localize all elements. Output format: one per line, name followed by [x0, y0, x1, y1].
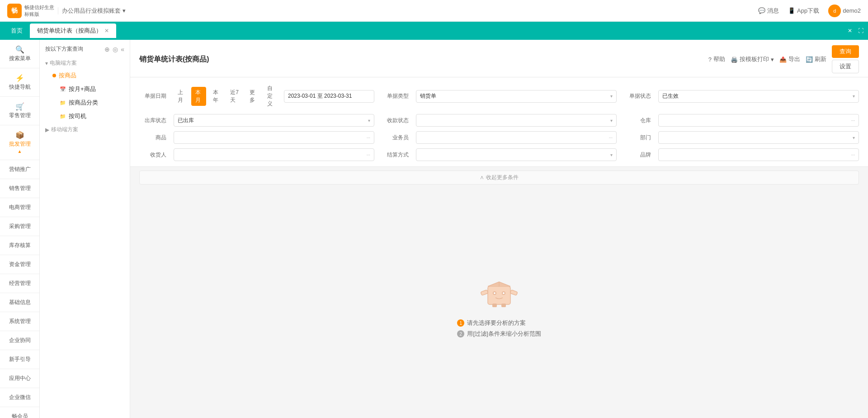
- sidebar-item-finance[interactable]: 资金管理: [0, 255, 39, 274]
- svg-rect-5: [481, 290, 488, 296]
- refresh-btn[interactable]: 🔄 刷新: [806, 55, 826, 63]
- sidebar-item-app-center[interactable]: 应用中心: [0, 369, 39, 388]
- svg-point-3: [494, 292, 495, 294]
- settlement-input[interactable]: ▾: [416, 148, 617, 161]
- tab-close-icon[interactable]: ✕: [104, 28, 109, 34]
- quick-date-7days[interactable]: 近7天: [226, 87, 243, 106]
- out-status-input[interactable]: 已出库 ▾: [174, 114, 374, 127]
- page-actions: ? 帮助 🖨️ 按模板打印 ▾ 📤 导出 �: [708, 45, 859, 73]
- doc-status-input[interactable]: 已生效 ▾: [658, 90, 859, 103]
- tab-bar: 首页 销货单统计表（按商品） ✕ ✕ ⛶: [0, 22, 868, 40]
- sidebar-item-search-menu[interactable]: 🔍 搜索菜单: [0, 40, 39, 68]
- salesperson-control: ···: [416, 131, 617, 144]
- print-btn[interactable]: 🖨️ 按模板打印 ▾: [731, 55, 774, 63]
- user-info[interactable]: d demo2: [828, 5, 861, 17]
- brand-label: 品牌: [624, 151, 651, 159]
- avatar: d: [828, 5, 841, 17]
- receiver-input[interactable]: ···: [174, 148, 374, 161]
- doc-type-input[interactable]: 销货单 ▾: [416, 90, 617, 103]
- maximize-icon[interactable]: ⛶: [857, 27, 864, 34]
- settlement-label: 结算方式: [382, 151, 409, 159]
- empty-illustration: [476, 268, 522, 314]
- settings-scheme-icon[interactable]: ◎: [113, 46, 118, 53]
- quick-date-last-month[interactable]: 上月: [174, 87, 189, 106]
- product-input[interactable]: ···: [174, 131, 374, 144]
- collapse-bar[interactable]: ∧ 收起更多条件: [139, 171, 859, 185]
- logo-icon: 畅: [7, 4, 22, 18]
- print-icon: 🖨️: [731, 56, 738, 63]
- tree-item-by-sku[interactable]: 📁 按司机: [40, 109, 130, 123]
- salesperson-input[interactable]: ···: [416, 131, 617, 144]
- app-download-btn[interactable]: 📱 App下载: [788, 7, 819, 15]
- content-area: 按以下方案查询 ⊕ ◎ « ▾ 电脑端方案 按商品 📅: [40, 40, 868, 418]
- sidebar-item-marketing[interactable]: 营销推广: [0, 160, 39, 179]
- out-status-control: 已出库 ▾: [174, 114, 374, 127]
- quick-date-custom[interactable]: 自定义: [263, 83, 281, 109]
- tree-item-by-category[interactable]: 📁 按商品分类: [40, 96, 130, 109]
- sidebar-item-retail[interactable]: 🛒 零售管理: [0, 97, 39, 125]
- collapse-panel-icon[interactable]: «: [121, 46, 124, 53]
- dept-input[interactable]: ▾: [658, 131, 859, 144]
- sidebar-item-wholesale[interactable]: 📦 批发管理 ▲: [0, 125, 39, 160]
- date-range-input[interactable]: 2023-03-01 至 2023-03-31: [284, 90, 374, 103]
- page-title-area: 销货单统计表(按商品) ? 帮助 🖨️ 按模板打印 ▾ 📤: [130, 40, 868, 77]
- message-icon: 💬: [758, 7, 765, 14]
- quick-date-more[interactable]: 更多: [245, 87, 260, 106]
- ellipsis-icon: ···: [367, 135, 370, 140]
- step-2-num: 2: [457, 330, 464, 337]
- pay-status-label: 收款状态: [382, 117, 409, 124]
- sidebar-item-inventory[interactable]: 库存核算: [0, 236, 39, 255]
- quick-date-this-month[interactable]: 本月: [191, 87, 206, 106]
- chevron-down-icon: ▾: [610, 152, 613, 157]
- tree-mobile-group[interactable]: ▶ 移动端方案: [40, 123, 130, 135]
- app-selector[interactable]: 办公用品行业模拟账套 ▾: [62, 7, 126, 15]
- sidebar-item-quick-nav[interactable]: ⚡ 快捷导航: [0, 68, 39, 97]
- active-dot: [52, 74, 56, 77]
- download-icon: 📱: [788, 7, 795, 14]
- logo-text: 畅捷信好生意 标账版: [24, 4, 54, 17]
- header-left: 畅 畅捷信好生意 标账版 办公用品行业模拟账套 ▾: [7, 4, 126, 18]
- query-btn[interactable]: 查询: [832, 45, 859, 58]
- sidebar-item-system[interactable]: 系统管理: [0, 312, 39, 331]
- doc-status-label: 单据状态: [624, 92, 651, 100]
- settings-btn[interactable]: 设置: [832, 60, 859, 73]
- sidebar-item-sales[interactable]: 销售管理: [0, 179, 39, 198]
- svg-point-4: [503, 292, 505, 294]
- quick-date-this-year[interactable]: 本年: [209, 87, 224, 106]
- ellipsis-icon: ···: [851, 152, 855, 157]
- close-window-icon[interactable]: ✕: [846, 27, 854, 34]
- sidebar-item-guide[interactable]: 新手引导: [0, 350, 39, 369]
- add-scheme-icon[interactable]: ⊕: [104, 46, 110, 53]
- tree-item-by-month-product[interactable]: 📅 按月+商品: [40, 82, 130, 96]
- expand-icon: ▲: [18, 149, 22, 154]
- sidebar-item-basics[interactable]: 基础信息: [0, 293, 39, 312]
- tab-sales-stat[interactable]: 销货单统计表（按商品） ✕: [30, 24, 116, 38]
- doc-type-control: 销货单 ▾: [416, 90, 617, 103]
- sidebar-item-member[interactable]: 畅会员: [0, 407, 39, 418]
- brand-control: ···: [658, 148, 859, 161]
- lightning-icon: ⚡: [0, 74, 39, 82]
- brand-input[interactable]: ···: [658, 148, 859, 161]
- sidebar-item-cooperation[interactable]: 企业协同: [0, 331, 39, 350]
- sidebar-item-purchase[interactable]: 采购管理: [0, 217, 39, 236]
- tree-pc-group[interactable]: ▾ 电脑端方案: [40, 57, 130, 69]
- ellipsis-icon: ···: [609, 135, 613, 140]
- pay-status-input[interactable]: ▾: [416, 114, 617, 127]
- settlement-control: ▾: [416, 148, 617, 161]
- sidebar-item-operations[interactable]: 经营管理: [0, 274, 39, 293]
- sidebar-item-ecommerce[interactable]: 电商管理: [0, 198, 39, 217]
- export-btn[interactable]: 📤 导出: [779, 55, 800, 63]
- step-1-num: 1: [457, 319, 464, 327]
- warehouse-input[interactable]: ···: [658, 114, 859, 127]
- empty-step-2: 2 用[过滤]条件来缩小分析范围: [457, 330, 541, 338]
- svg-rect-8: [501, 304, 506, 307]
- cart-icon: 🛒: [0, 102, 39, 111]
- tab-home[interactable]: 首页: [4, 24, 30, 38]
- sidebar-item-enterprise-wx[interactable]: 企业微信: [0, 388, 39, 407]
- message-btn[interactable]: 💬 消息: [758, 7, 779, 15]
- filter-row-2: 出库状态 已出库 ▾ 收款状态 ▾: [139, 114, 859, 127]
- help-btn[interactable]: ? 帮助: [708, 55, 725, 63]
- warehouse-label: 仓库: [624, 117, 651, 124]
- tree-expand-icon: ▾: [45, 60, 48, 66]
- tree-item-by-product[interactable]: 按商品: [40, 69, 130, 82]
